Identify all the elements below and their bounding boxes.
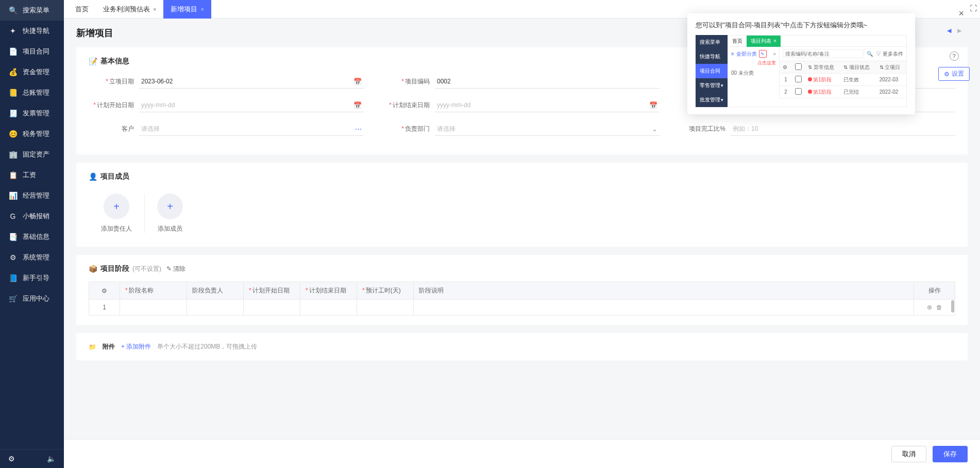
menu-icon: 🏢 [8, 150, 18, 159]
sidebar-item-12[interactable]: ⚙系统管理 [0, 247, 64, 268]
pop-side-item-3[interactable]: 零售管理▾ [696, 78, 728, 93]
menu-icon: 🧾 [8, 109, 18, 118]
customer-select[interactable] [139, 122, 364, 136]
sidebar-item-2[interactable]: 📄项目合同 [0, 41, 64, 62]
collapse-icon[interactable]: « [773, 51, 776, 57]
chevron-down-icon: ▾ [721, 83, 723, 88]
add-member-button[interactable]: + [157, 194, 183, 219]
calendar-icon[interactable]: 📅 [353, 101, 362, 109]
chevron-down-icon: ▾ [721, 97, 723, 102]
chevron-down-icon[interactable]: ⌄ [652, 125, 657, 133]
menu-icon: 📊 [8, 191, 18, 200]
add-owner-button[interactable]: + [104, 194, 129, 219]
attachments-card: 📁 附件 + 添加附件 单个大小不超过200MB，可拖拽上传 [76, 333, 968, 360]
sidebar: 🔍搜索菜单✦快捷导航📄项目合同💰资金管理📒总账管理🧾发票管理😊税务管理🏢固定资产… [0, 0, 64, 468]
percent-input[interactable] [731, 122, 955, 136]
pop-side-item-1[interactable]: 快捷导航 [696, 49, 728, 64]
close-icon[interactable]: × [153, 6, 156, 12]
row-checkbox[interactable] [795, 88, 802, 95]
fullscreen-icon[interactable]: ⛶ [970, 4, 977, 12]
dept-select[interactable] [435, 122, 660, 136]
table-row[interactable]: 1⊕🗑 [89, 300, 955, 316]
tab-2[interactable]: 新增项目× [163, 0, 211, 19]
sidebar-item-10[interactable]: G小畅报销 [0, 206, 64, 227]
menu-icon: 💰 [8, 67, 18, 77]
prev-icon[interactable]: ◀ [944, 26, 954, 35]
more-icon[interactable]: ⋯ [355, 125, 362, 133]
calendar-icon[interactable]: 📅 [353, 78, 362, 85]
calendar-icon[interactable]: 📅 [649, 101, 657, 109]
scrollbar[interactable] [951, 300, 954, 313]
menu-icon: 😊 [8, 129, 18, 138]
date-input[interactable] [139, 74, 364, 89]
sidebar-item-14[interactable]: 🛒应用中心 [0, 288, 64, 309]
save-button[interactable]: 保存 [933, 446, 968, 462]
pop-tab-1[interactable]: 项目列表× [747, 36, 781, 47]
table-row[interactable]: 2第1阶段已完结2022-02 [780, 86, 906, 98]
edit-category-button[interactable]: ✎ [759, 50, 767, 58]
sidebar-item-8[interactable]: 📋工资 [0, 165, 64, 185]
stage-icon: 📦 [89, 265, 97, 273]
sound-icon[interactable]: 🔈 [47, 455, 56, 463]
settings-button[interactable]: ⚙设置 [938, 67, 970, 81]
close-icon[interactable]: × [958, 8, 964, 19]
close-icon[interactable]: × [200, 6, 204, 12]
sidebar-item-7[interactable]: 🏢固定资产 [0, 144, 64, 165]
sidebar-item-0[interactable]: 🔍搜索菜单 [0, 0, 64, 21]
pop-side-item-0[interactable]: 搜索菜单 [696, 35, 728, 49]
clear-phases-link[interactable]: ✎ 清除 [166, 265, 185, 273]
cancel-button[interactable]: 取消 [891, 446, 926, 462]
pop-tab-0[interactable]: 首页 [728, 36, 747, 47]
sidebar-item-3[interactable]: 💰资金管理 [0, 62, 64, 82]
sidebar-item-4[interactable]: 📒总账管理 [0, 82, 64, 103]
sidebar-item-13[interactable]: 📘新手引导 [0, 268, 64, 288]
menu-icon: 📄 [8, 47, 18, 56]
menu-icon: 🔍 [8, 6, 18, 15]
sidebar-item-6[interactable]: 😊税务管理 [0, 124, 64, 144]
attach-section-title: 附件 [103, 342, 115, 351]
basic-section-title: 基本信息 [100, 57, 129, 66]
add-attachment-link[interactable]: + 添加附件 [121, 342, 151, 351]
menu-icon: 🛒 [8, 294, 18, 303]
gear-icon[interactable]: ⚙ [102, 287, 107, 294]
menu-icon: 📋 [8, 170, 18, 180]
end-date-input[interactable] [435, 98, 660, 112]
table-row[interactable]: 1第1阶段已生效2022-03 [780, 74, 906, 86]
form-icon: 📝 [89, 57, 97, 65]
close-icon[interactable]: × [773, 38, 776, 44]
footer: 取消 保存 [64, 439, 980, 468]
sidebar-item-9[interactable]: 📊经营管理 [0, 185, 64, 206]
menu-icon: ✦ [8, 26, 18, 36]
help-icon[interactable]: ? [950, 51, 959, 61]
list-icon: ≡ [731, 51, 734, 57]
sidebar-item-5[interactable]: 🧾发票管理 [0, 103, 64, 124]
delete-row-icon[interactable]: 🗑 [936, 304, 942, 311]
phases-card: 📦 项目阶段 (可不设置) ✎ 清除 ⚙ *阶段名称 阶段负责人 [76, 255, 968, 325]
pop-side-item-2[interactable]: 项目合同 [696, 64, 728, 78]
row-checkbox[interactable] [795, 76, 802, 82]
gear-icon: ⚙ [944, 71, 950, 78]
tab-0[interactable]: 首页 [68, 0, 96, 19]
pop-side-item-4[interactable]: 批发管理▾ [696, 93, 728, 107]
start-date-input[interactable] [139, 98, 364, 112]
menu-icon: 📒 [8, 88, 18, 97]
phases-section-title: 项目阶段 [100, 264, 129, 273]
more-filters[interactable]: ▽ 更多条件 [876, 50, 903, 58]
settings-icon[interactable]: ⚙ [8, 455, 15, 463]
gear-icon[interactable]: ⚙ [783, 64, 787, 70]
add-row-icon[interactable]: ⊕ [927, 304, 932, 311]
phase-table: ⚙ *阶段名称 阶段负责人 *计划开始日期 *计划结束日期 *预计工时(天) 阶… [89, 282, 955, 316]
sidebar-item-11[interactable]: 📑基础信息 [0, 227, 64, 247]
menu-icon: ⚙ [8, 253, 18, 262]
search-icon[interactable]: 🔍 [867, 51, 873, 57]
sidebar-item-1[interactable]: ✦快捷导航 [0, 21, 64, 41]
folder-icon: 📁 [89, 343, 96, 351]
menu-icon: G [8, 212, 18, 221]
pop-search-input[interactable] [783, 49, 864, 58]
hint-popover: × ◀ ▶ 您可以到"项目合同-项目列表"中点击下方按钮编辑分类哦~ 搜索菜单快… [687, 13, 915, 114]
select-all-checkbox[interactable] [795, 63, 802, 70]
tab-1[interactable]: 业务利润预估表× [96, 0, 163, 19]
code-input[interactable] [435, 74, 660, 89]
next-icon[interactable]: ▶ [955, 26, 964, 35]
person-icon: 👤 [89, 172, 97, 181]
